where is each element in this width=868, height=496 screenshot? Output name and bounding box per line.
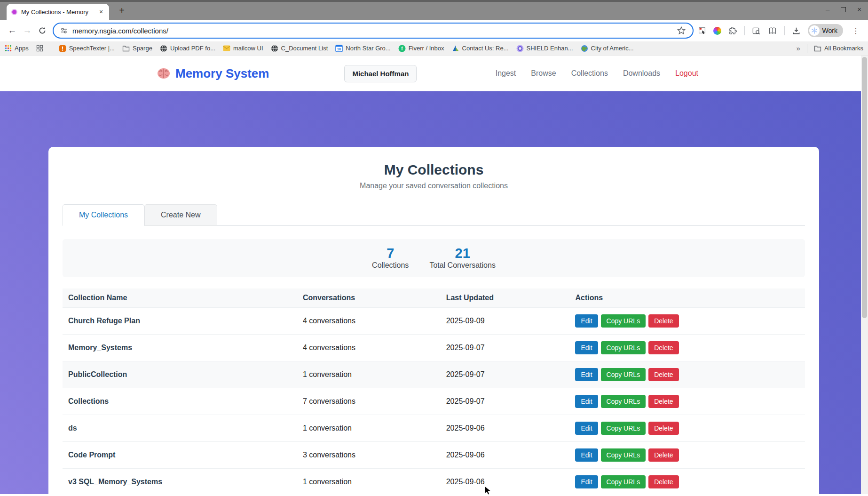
table-row: PublicCollection 1 conversation 2025-09-… [63, 361, 805, 388]
nav-browse[interactable]: Browse [531, 69, 556, 78]
profile-chip[interactable]: Work [808, 24, 843, 37]
tab-create-new[interactable]: Create New [144, 204, 217, 226]
col-header-updated: Last Updated [441, 288, 570, 308]
copy-urls-button[interactable]: Copy URLs [601, 475, 646, 488]
brand-title: Memory System [175, 66, 269, 81]
url-text[interactable]: memory.nsgia.com/collections/ [72, 27, 672, 35]
page-title: My Collections [63, 162, 805, 178]
delete-button[interactable]: Delete [648, 368, 679, 381]
earth-globe-icon [581, 45, 588, 52]
address-bar[interactable]: memory.nsgia.com/collections/ [53, 23, 694, 39]
bookmark-item-c-document-list[interactable]: C_Document List [271, 45, 328, 52]
table-header-row: Collection Name Conversations Last Updat… [63, 288, 805, 308]
reading-list-icon[interactable] [768, 26, 777, 35]
globe-icon [160, 45, 167, 52]
copy-urls-button[interactable]: Copy URLs [601, 422, 646, 435]
fiverr-icon: f [398, 45, 406, 52]
main-nav: Ingest Browse Collections Downloads Logo… [496, 69, 698, 78]
apps-grid-icon [5, 45, 12, 52]
bookmarks-bar: Apps SpeechTexter |... Sparge Upload PDF… [0, 41, 868, 56]
collection-updated: 2025-09-09 [441, 308, 570, 335]
reading-mode-icon[interactable] [752, 26, 761, 35]
copy-urls-button[interactable]: Copy URLs [601, 314, 646, 328]
web-page: Memory System Michael Hoffman Ingest Bro… [0, 56, 868, 494]
reload-button[interactable] [35, 26, 50, 35]
site-info-icon[interactable] [60, 27, 68, 34]
extensions-puzzle-icon[interactable] [728, 26, 737, 35]
user-button[interactable]: Michael Hoffman [344, 65, 417, 82]
copy-urls-button[interactable]: Copy URLs [601, 395, 646, 408]
brand[interactable]: Memory System [157, 66, 269, 81]
all-bookmarks-button[interactable]: All Bookmarks [814, 45, 863, 52]
edit-button[interactable]: Edit [575, 395, 598, 408]
contact-logo-icon [452, 45, 459, 52]
delete-button[interactable]: Delete [648, 341, 679, 354]
browser-menu-kebab-icon[interactable]: ⋮ [850, 26, 861, 35]
collection-conversations: 1 conversation [297, 469, 441, 494]
page-scrollbar[interactable] [861, 56, 868, 494]
delete-button[interactable]: Delete [648, 422, 679, 435]
color-wheel-extension-icon[interactable] [713, 27, 721, 35]
delete-button[interactable]: Delete [648, 448, 679, 462]
bookmark-item-contact-us[interactable]: Contact Us: Re... [452, 45, 509, 52]
copy-urls-button[interactable]: Copy URLs [601, 448, 646, 462]
collection-updated: 2025-09-07 [441, 361, 570, 388]
edit-button[interactable]: Edit [575, 422, 598, 435]
downloads-icon[interactable] [792, 26, 801, 35]
nav-ingest[interactable]: Ingest [496, 69, 516, 78]
window-maximize-button[interactable] [841, 7, 846, 12]
svg-text:10: 10 [337, 47, 341, 51]
browser-tabstrip: My Collections - Memory × + – × [0, 0, 868, 20]
bookmark-item-city[interactable]: City of Americ... [581, 45, 634, 52]
stat-total-value: 21 [429, 246, 496, 261]
nav-logout[interactable]: Logout [675, 69, 698, 78]
forward-button[interactable]: → [20, 25, 35, 36]
bookmark-item-shield[interactable]: SHIELD Enhan... [516, 45, 573, 52]
stat-collections: 7 Collections [372, 246, 409, 270]
bookmark-item-north-star[interactable]: 10 North Star Gro... [335, 45, 390, 52]
toolbar-divider [744, 26, 745, 35]
collection-conversations: 4 conversations [297, 308, 441, 335]
extension-page-cursor-icon[interactable] [698, 27, 706, 35]
nav-collections[interactable]: Collections [571, 69, 608, 78]
mail-icon [223, 45, 230, 51]
browser-toolbar: ← → memory.nsgia.com/collections/ [0, 20, 868, 41]
delete-button[interactable]: Delete [648, 475, 679, 488]
edit-button[interactable]: Edit [575, 475, 598, 488]
scrollbar-thumb[interactable] [862, 57, 867, 318]
window-minimize-button[interactable]: – [826, 6, 829, 13]
edit-button[interactable]: Edit [575, 341, 598, 354]
tab-groups-icon[interactable] [36, 45, 43, 52]
bookmark-item-fiverr[interactable]: f Fiverr / Inbox [398, 45, 444, 52]
edit-button[interactable]: Edit [575, 368, 598, 381]
edit-button[interactable]: Edit [575, 448, 598, 462]
bookmark-item-sparge[interactable]: Sparge [122, 45, 152, 52]
window-close-button[interactable]: × [857, 6, 861, 13]
back-button[interactable]: ← [5, 25, 20, 36]
apps-shortcut[interactable]: Apps [5, 45, 29, 52]
tab-favicon-icon [11, 9, 17, 15]
table-row: Memory_Systems 4 conversations 2025-09-0… [63, 335, 805, 361]
bookmark-item-speechtexter[interactable]: SpeechTexter |... [59, 45, 115, 52]
bookmark-item-mailcow[interactable]: mailcow UI [223, 45, 263, 52]
stats-bar: 7 Collections 21 Total Conversations [63, 239, 805, 277]
tab-my-collections[interactable]: My Collections [63, 204, 144, 226]
collection-name: Church Refuge Plan [63, 308, 297, 335]
delete-button[interactable]: Delete [648, 395, 679, 408]
copy-urls-button[interactable]: Copy URLs [601, 368, 646, 381]
bookmark-item-upload-pdf[interactable]: Upload PDF fo... [160, 45, 215, 52]
bookmarks-overflow-chevron-icon[interactable]: » [797, 44, 800, 52]
stat-total-conversations: 21 Total Conversations [429, 246, 496, 270]
collection-updated: 2025-09-07 [441, 335, 570, 361]
bookmark-star-icon[interactable] [677, 26, 686, 35]
collection-updated: 2025-09-06 [441, 469, 570, 494]
nav-downloads[interactable]: Downloads [623, 69, 660, 78]
browser-tab[interactable]: My Collections - Memory × [7, 4, 109, 20]
edit-button[interactable]: Edit [575, 314, 598, 328]
delete-button[interactable]: Delete [648, 314, 679, 328]
tab-close-icon[interactable]: × [97, 8, 105, 16]
copy-urls-button[interactable]: Copy URLs [601, 341, 646, 354]
hero-background: My Collections Manage your saved convers… [0, 91, 868, 494]
new-tab-button[interactable]: + [116, 5, 128, 17]
collection-updated: 2025-09-07 [441, 388, 570, 415]
